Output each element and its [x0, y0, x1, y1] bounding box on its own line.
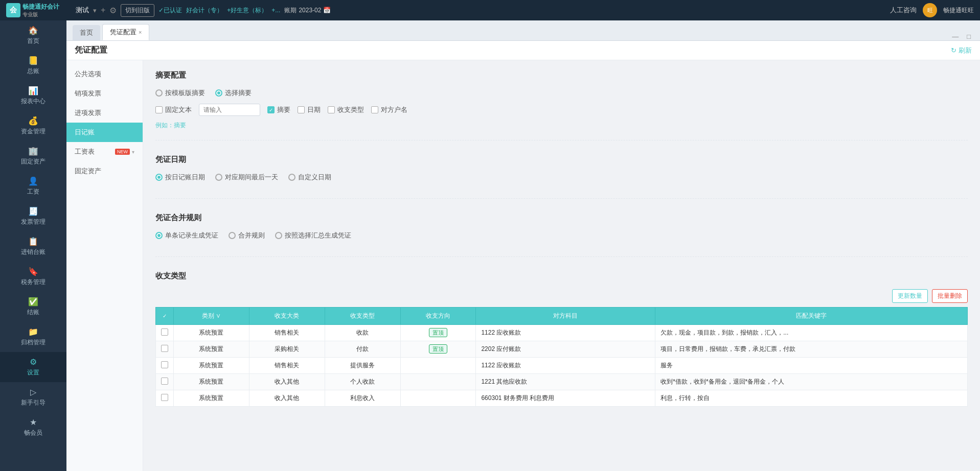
certified-tag: ✓已认证 [158, 6, 182, 15]
username: 畅捷通旺旺 [943, 6, 974, 15]
left-nav-purchase[interactable]: 进项发票 [66, 103, 143, 123]
sidebar-item-home[interactable]: 🏠 首页 [0, 20, 66, 51]
sidebar-label-settings: 设置 [27, 368, 39, 377]
income-expense-section: 收支类型 更新数量 批量删除 ✓ 类别 ∨ 收支大类 [155, 271, 968, 417]
left-nav-sales[interactable]: 销项发票 [66, 84, 143, 103]
sidebar-item-ledger[interactable]: 📒 总账 [0, 51, 66, 81]
product-tag2: +好生意（标） [227, 6, 267, 15]
date-radio-custom-circle [288, 174, 295, 181]
reset-tag-row2[interactable]: 置顶 [429, 344, 447, 354]
switch-version-button[interactable]: 切到旧版 [121, 4, 154, 17]
sidebar-label-home: 首页 [27, 37, 39, 45]
date-radio-last[interactable]: 对应期间最后一天 [215, 173, 278, 182]
date-checkbox[interactable]: 日期 [298, 105, 321, 114]
purchase-icon: 📋 [28, 237, 38, 246]
refresh-button[interactable]: ↻ 刷新 [951, 46, 972, 55]
fixed-text-input[interactable] [199, 104, 260, 116]
row5-check[interactable] [156, 390, 174, 407]
counterpart-checkbox[interactable]: 对方户名 [371, 105, 407, 114]
table-toolbar: 更新数量 批量删除 [155, 289, 968, 303]
tab-config[interactable]: 凭证配置 × [102, 24, 149, 40]
summary-radio-template[interactable]: 按模板版摘要 [155, 88, 205, 98]
th-category[interactable]: 类别 ∨ [174, 308, 249, 325]
sidebar-label-closing: 结账 [27, 308, 39, 317]
radio-select-circle [215, 89, 222, 97]
sidebar-item-member[interactable]: ★ 畅会员 [0, 412, 66, 442]
row2-check[interactable] [156, 341, 174, 358]
help-link[interactable]: 人工咨询 [890, 6, 917, 15]
batch-delete-button[interactable]: 批量删除 [932, 289, 968, 303]
th-checkbox: ✓ [156, 308, 174, 325]
sidebar-item-fund[interactable]: 💰 资金管理 [0, 111, 66, 141]
income-type-checkbox[interactable]: 收支类型 [328, 105, 364, 114]
row3-keywords: 服务 [655, 358, 968, 374]
fund-icon: 💰 [28, 116, 38, 126]
tab-home[interactable]: 首页 [73, 25, 100, 40]
date-radio-journal-circle [155, 174, 163, 181]
page-toolbar: 凭证配置 ↻ 刷新 [66, 41, 980, 60]
table-row: 系统预置 销售相关 收款 置顶 1122 应收账款 欠款，现金，项目款，到款，报… [156, 325, 968, 341]
add-icon[interactable]: + [101, 6, 105, 15]
salary-icon: 👤 [28, 176, 38, 186]
settings-icon[interactable]: ⚙ [109, 6, 117, 15]
merge-radio-single[interactable]: 单条记录生成凭证 [155, 231, 218, 240]
sidebar-item-closing[interactable]: ✅ 结账 [0, 292, 66, 322]
fixed-text-checkbox[interactable]: 固定文本 [155, 105, 192, 114]
summary-checkbox-row: 固定文本 ✓ 摘要 日期 收支类型 [155, 104, 968, 116]
radio-template-circle [155, 89, 163, 97]
sidebar: 🏠 首页 📒 总账 📊 报表中心 💰 资金管理 🏢 固定资产 👤 工资 🧾 发票… [0, 20, 66, 471]
merge-radio-merge[interactable]: 合并规则 [229, 231, 265, 240]
calendar-icon[interactable]: 📅 [323, 7, 331, 14]
income-expense-title: 收支类型 [155, 271, 968, 281]
sidebar-item-asset[interactable]: 🏢 固定资产 [0, 141, 66, 171]
sidebar-item-archive[interactable]: 📁 归档管理 [0, 322, 66, 352]
voucher-date-radio-group: 按日记账日期 对应期间最后一天 自定义日期 [155, 173, 968, 182]
reset-tag-row1[interactable]: 置顶 [429, 328, 447, 337]
tab-close-icon[interactable]: × [139, 29, 142, 35]
table-row: 系统预置 采购相关 付款 置顶 2202 应付账款 项目，日常费用，报销款，车费… [156, 341, 968, 358]
logo-sub: 专业版 [22, 11, 59, 18]
date-radio-custom[interactable]: 自定义日期 [288, 173, 331, 182]
topbar-right: 人工咨询 旺 畅捷通旺旺 [890, 3, 974, 17]
sidebar-label-salary: 工资 [27, 187, 39, 196]
window-maximize-icon[interactable]: □ [964, 33, 974, 40]
summary-checkbox[interactable]: ✓ 摘要 [267, 105, 290, 114]
summary-radio-select[interactable]: 选择摘要 [215, 88, 252, 98]
avatar: 旺 [923, 3, 937, 17]
sidebar-item-settings[interactable]: ⚙ 设置 [0, 352, 66, 382]
row3-check[interactable] [156, 358, 174, 374]
content-area: 首页 凭证配置 × — □ 凭证配置 ↻ 刷新 公共选项 [66, 20, 980, 471]
table-row: 系统预置 收入其他 个人收款 1221 其他应收款 收到*借款，收到*备用金，退… [156, 374, 968, 390]
sidebar-label-fund: 资金管理 [21, 127, 45, 136]
row4-keywords: 收到*借款，收到*备用金，退回*备用金，个人 [655, 374, 968, 390]
left-nav-journal[interactable]: 日记账 [66, 123, 143, 142]
update-count-button[interactable]: 更新数量 [892, 289, 928, 303]
window-minimize-icon[interactable]: — [949, 33, 962, 40]
row4-category: 系统预置 [174, 374, 249, 390]
period-info: 账期 2023-02 📅 [284, 6, 331, 15]
left-nav-payroll[interactable]: 工资表 NEW ▾ [66, 142, 143, 161]
sidebar-item-tax[interactable]: 🔖 税务管理 [0, 262, 66, 292]
guide-icon: ▷ [30, 387, 36, 397]
home-icon: 🏠 [28, 26, 38, 35]
sidebar-item-purchase[interactable]: 📋 进销台账 [0, 231, 66, 262]
topbar: 会 畅捷通好会计 专业版 测试 ▾ + ⚙ 切到旧版 ✓已认证 好会计（专） +… [0, 0, 980, 20]
dropdown-arrow[interactable]: ▾ [93, 7, 97, 14]
closing-icon: ✅ [28, 297, 38, 307]
date-radio-journal[interactable]: 按日记账日期 [155, 173, 205, 182]
left-nav-fixed-asset[interactable]: 固定资产 [66, 161, 143, 181]
logo: 会 畅捷通好会计 专业版 [6, 3, 67, 18]
row3-category: 系统预置 [174, 358, 249, 374]
company-name: 测试 [76, 6, 89, 15]
sidebar-item-guide[interactable]: ▷ 新手引导 [0, 382, 66, 412]
sidebar-item-salary[interactable]: 👤 工资 [0, 171, 66, 201]
sidebar-label-tax: 税务管理 [21, 278, 45, 287]
row1-check[interactable] [156, 325, 174, 341]
merge-radio-summary[interactable]: 按照选择汇总生成凭证 [275, 231, 351, 240]
select-all-checkbox[interactable]: ✓ [161, 313, 168, 320]
sidebar-item-report[interactable]: 📊 报表中心 [0, 81, 66, 111]
left-nav-public[interactable]: 公共选项 [66, 64, 143, 84]
summary-title: 摘要配置 [155, 70, 968, 80]
row4-check[interactable] [156, 374, 174, 390]
sidebar-item-invoice[interactable]: 🧾 发票管理 [0, 201, 66, 231]
